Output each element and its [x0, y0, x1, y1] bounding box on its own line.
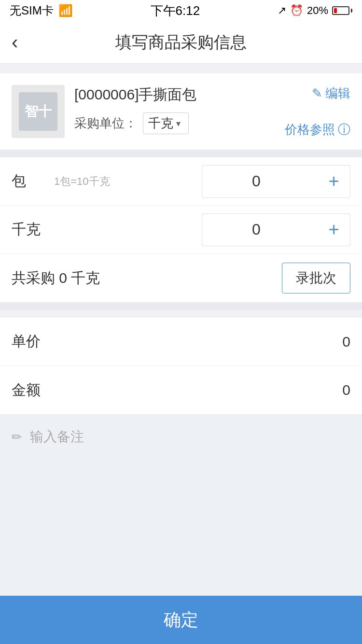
carrier-text: 无SIM卡 — [10, 3, 54, 18]
kg-input-row: 千克 + — [0, 206, 362, 254]
kg-plus-button[interactable]: + — [318, 213, 350, 246]
bag-input-row: 包 1包=10千克 + — [0, 157, 362, 206]
status-left: 无SIM卡 📶 — [10, 3, 73, 18]
nav-bar: ‹ 填写商品采购信息 — [0, 21, 362, 64]
confirm-button[interactable]: 确定 — [0, 596, 362, 644]
status-right: ↗ ⏰ 20% — [278, 4, 352, 17]
amount-row: 金额 0 — [0, 366, 362, 414]
remark-section[interactable]: ✏ 输入备注 — [0, 414, 362, 460]
help-icon: ⓘ — [338, 121, 350, 138]
bag-sublabel: 1包=10千克 — [54, 174, 110, 189]
unit-price-row: 单价 0 — [0, 318, 362, 366]
product-logo: 智十 — [19, 92, 57, 131]
summary-row: 共采购 0 千克 录批次 — [0, 254, 362, 302]
page-title: 填写商品采购信息 — [115, 31, 247, 54]
back-button[interactable]: ‹ — [12, 31, 28, 53]
product-name: [0000006]手撕面包 — [74, 85, 350, 105]
battery-fill — [334, 8, 337, 13]
product-card: 智十 [0000006]手撕面包 采购单位： 千克 ▾ ✎ 编辑 价格参照 ⓘ — [0, 73, 362, 150]
section-divider-1 — [0, 150, 362, 157]
price-reference-button[interactable]: 价格参照 ⓘ — [285, 121, 350, 138]
alarm-icon: ⏰ — [290, 4, 303, 17]
bag-label: 包 — [12, 171, 50, 191]
edit-button[interactable]: ✎ 编辑 — [312, 85, 350, 102]
kg-label: 千克 — [12, 220, 50, 239]
unit-price-label: 单价 — [12, 332, 41, 351]
battery-percent: 20% — [307, 4, 328, 17]
chevron-down-icon: ▾ — [176, 118, 181, 129]
batch-button[interactable]: 录批次 — [282, 263, 350, 294]
unit-selector[interactable]: 千克 ▾ — [143, 112, 189, 134]
kg-field-wrapper: + — [50, 213, 350, 246]
battery-body — [332, 6, 349, 15]
bag-input[interactable] — [202, 165, 318, 198]
remark-placeholder: 输入备注 — [30, 428, 84, 446]
location-icon: ↗ — [278, 4, 286, 17]
product-id: [0000006] — [74, 86, 139, 102]
content-space — [0, 460, 362, 604]
battery-icon — [332, 6, 352, 15]
unit-price-value: 0 — [342, 334, 350, 350]
product-title: 手撕面包 — [139, 86, 196, 102]
status-bar: 无SIM卡 📶 下午6:12 ↗ ⏰ 20% — [0, 0, 362, 21]
unit-value: 千克 — [148, 115, 173, 132]
battery-tip — [351, 9, 352, 13]
edit-icon: ✎ — [312, 86, 322, 101]
kg-input[interactable] — [202, 213, 318, 246]
pencil-icon: ✏ — [12, 430, 22, 445]
bag-field-wrapper: + — [118, 165, 350, 198]
input-section: 包 1包=10千克 + 千克 + — [0, 157, 362, 254]
amount-value: 0 — [342, 382, 350, 398]
bag-plus-button[interactable]: + — [318, 165, 350, 198]
summary-text: 共采购 0 千克 — [12, 268, 100, 288]
price-ref-label: 价格参照 — [285, 121, 335, 138]
section-divider-2 — [0, 302, 362, 310]
amount-label: 金额 — [12, 380, 41, 400]
edit-label: 编辑 — [325, 85, 350, 102]
product-thumbnail: 智十 — [12, 85, 65, 138]
status-time: 下午6:12 — [151, 2, 200, 19]
unit-label: 采购单位： — [74, 115, 137, 132]
price-section: 单价 0 金额 0 — [0, 318, 362, 414]
wifi-icon: 📶 — [58, 4, 73, 17]
